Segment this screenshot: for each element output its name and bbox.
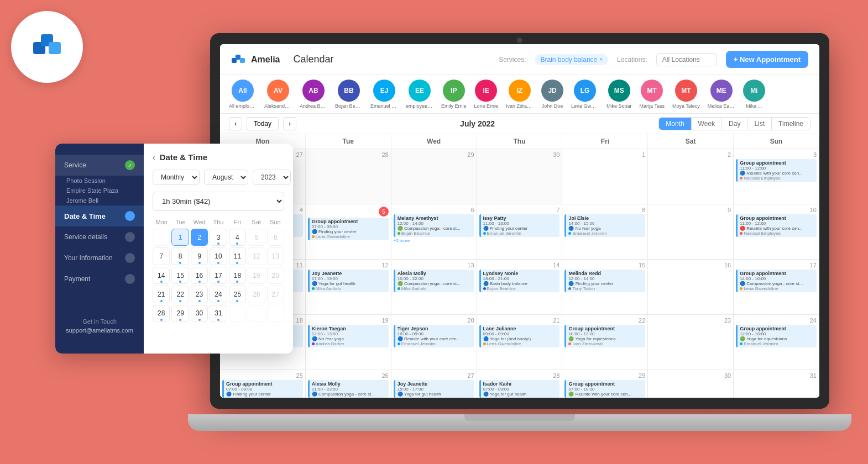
month-select[interactable]: August <box>204 170 248 185</box>
day-14[interactable]: 14 Lyndsey Nonie 18:00 - 21:00 🔵 Brain b… <box>477 260 563 315</box>
day-28[interactable]: 28 Isador Kaihi 07:00 - 09:00 🔵 Yoga for… <box>477 370 563 398</box>
mini-cell-8[interactable]: 8 <box>171 247 189 265</box>
mini-cell-31[interactable]: 31 <box>210 305 227 322</box>
day-15[interactable]: 15 Melinda Redd 12:00 - 14:00 🔵 Finding … <box>562 260 648 315</box>
mini-cell-10[interactable]: 10 <box>210 247 227 265</box>
day-24[interactable]: 24 Group appointment 12:00 - 16:00 🟢 Yog… <box>734 315 819 370</box>
avatar-item-ip[interactable]: IP Emily Ernie <box>441 80 467 109</box>
event-group-24[interactable]: Group appointment 12:00 - 16:00 🟢 Yoga f… <box>736 325 817 347</box>
avatar-item-av[interactable]: AV Aleksandar ... <box>264 80 292 109</box>
day-5[interactable]: 5 Group appointment 07:00 - 09:00 🔵 Find… <box>306 204 391 260</box>
tab-week[interactable]: Week <box>692 118 722 130</box>
mini-cell-15[interactable]: 15 <box>171 267 189 284</box>
day-19[interactable]: 19 Kieron Taegan 12:00 - 13:00 🔵 No fear… <box>306 315 391 370</box>
event-alesia-26[interactable]: Alesia Molly 21:00 - 23:00 🔵 Compassion … <box>308 380 389 398</box>
avatar-item-mt[interactable]: MT Marija Tass <box>640 80 665 109</box>
day-21[interactable]: 21 Lane Julianne 09:00 - 09:00 🔵 Yoga fo… <box>477 315 563 370</box>
avatar-item-all[interactable]: All All employees <box>229 80 257 109</box>
year-select[interactable]: 2023 <box>253 170 291 185</box>
day-25[interactable]: 25 Group appointment 07:00 - 09:00 🔵 Fin… <box>220 370 306 398</box>
day-3[interactable]: 3 Group appointment 11:00 - 12:00 🔵 Reun… <box>734 149 819 204</box>
event-lyndsey[interactable]: Lyndsey Nonie 18:00 - 21:00 🔵 Brain body… <box>479 270 560 292</box>
day-2[interactable]: 2 <box>648 149 734 204</box>
day-8[interactable]: 8 Joi Elsie 14:00 - 15:00 🔵 No fear yoga… <box>562 204 648 260</box>
day-29[interactable]: 29 Group appointment 07:00 - 18:00 🟢 Reu… <box>562 370 648 398</box>
mini-cell-4[interactable]: 4 <box>229 229 246 246</box>
day-9[interactable]: 9 <box>648 204 734 260</box>
mini-cell-17[interactable]: 17 <box>210 267 227 284</box>
event-issy[interactable]: Issy Patty 11:00 - 13:00 🔵 Finding your … <box>479 214 560 237</box>
event-melinda[interactable]: Melinda Redd 12:00 - 14:00 🔵 Finding you… <box>564 270 645 292</box>
day-26[interactable]: 26 Alesia Molly 21:00 - 23:00 🔵 Compassi… <box>306 370 391 398</box>
day-22[interactable]: 22 Group appointment 10:00 - 13:00 🟢 Yog… <box>562 315 648 370</box>
mini-cell-11[interactable]: 11 <box>229 247 246 265</box>
day-13[interactable]: 13 Alesia Molly 10:00 - 22:00 🟢 Compassi… <box>391 260 477 315</box>
day-30[interactable]: 30 <box>648 370 734 398</box>
day-20[interactable]: 20 Tiger Jepson 18:00 - 09:00 🔵 Reunite … <box>391 315 477 370</box>
more-link-6[interactable]: +2 more <box>394 238 474 243</box>
mini-cell-30[interactable]: 30 <box>191 305 208 322</box>
tab-month[interactable]: Month <box>659 118 691 130</box>
sidebar-your-information[interactable]: Your Information <box>55 247 144 268</box>
mini-cell-18[interactable]: 18 <box>229 267 246 284</box>
event-joy-27[interactable]: Joy Jeanette 15:00 - 17:00 🔵 Yoga for gu… <box>394 380 474 398</box>
day-16[interactable]: 16 <box>648 260 734 315</box>
avatar-item-mt2[interactable]: MT Moya Talecy <box>672 80 700 109</box>
today-button[interactable]: Today <box>247 117 279 130</box>
sidebar-service[interactable]: Service ✓ <box>55 155 144 176</box>
mini-cell-3[interactable]: 3 <box>210 229 227 246</box>
avatar-item-iz[interactable]: IZ Ivan Zdravk... <box>506 80 534 109</box>
duration-select[interactable]: 1h 30min ($42) <box>153 192 284 211</box>
mini-cell-28[interactable]: 28 <box>153 305 170 322</box>
mini-cell-25[interactable]: 25 <box>229 286 246 303</box>
back-arrow[interactable]: ‹ <box>153 153 155 162</box>
tab-day[interactable]: Day <box>722 118 747 130</box>
event-alesia-13[interactable]: Alesia Molly 10:00 - 22:00 🟢 Compassion … <box>394 270 474 292</box>
event-joi[interactable]: Joi Elsie 14:00 - 15:00 🔵 No fear yoga E… <box>564 214 645 237</box>
new-appointment-button[interactable]: + New Appointment <box>726 51 808 68</box>
avatar-item-lg[interactable]: LG Lena Gwen... <box>571 80 599 109</box>
tab-timeline[interactable]: Timeline <box>772 118 810 130</box>
sidebar-datetime[interactable]: Date & Time <box>55 205 144 226</box>
mini-cell-2[interactable]: 2 <box>191 229 208 246</box>
avatar-item-ee[interactable]: EE employee e... <box>406 80 433 109</box>
event-group-22[interactable]: Group appointment 10:00 - 13:00 🟢 Yoga f… <box>564 325 645 347</box>
day-12[interactable]: 12 Joy Jeanette 17:00 - 19:00 🔵 Yoga for… <box>306 260 391 315</box>
mini-cell-22[interactable]: 22 <box>171 286 189 303</box>
day-6[interactable]: 6 Melany Amethyst 12:00 - 14:00 🟢 Compas… <box>391 204 477 260</box>
event-joy[interactable]: Joy Jeanette 17:00 - 19:00 🔵 Yoga for gu… <box>308 270 389 292</box>
tab-list[interactable]: List <box>747 118 772 130</box>
event-group-17[interactable]: Group appointment 14:00 - 16:00 🔵 Compas… <box>736 270 817 292</box>
event-tiger[interactable]: Tiger Jepson 18:00 - 09:00 🔵 Reunite wit… <box>394 325 474 347</box>
event-lane[interactable]: Lane Julianne 09:00 - 09:00 🔵 Yoga for (… <box>479 325 560 347</box>
mini-cell-14[interactable]: 14 <box>153 267 170 284</box>
day-10[interactable]: 10 Group appointment 11:00 - 12:00 🔴 Reu… <box>734 204 819 260</box>
sidebar-payment[interactable]: Payment <box>55 268 144 289</box>
event-kieron[interactable]: Kieron Taegan 12:00 - 13:00 🔵 No fear yo… <box>308 325 389 347</box>
avatar-item-me[interactable]: ME Melica Eagle <box>708 80 735 109</box>
mini-cell-24[interactable]: 24 <box>210 286 227 303</box>
mini-cell-16[interactable]: 16 <box>191 267 208 284</box>
avatar-item-ms[interactable]: MS Mike Sobar <box>606 80 632 109</box>
prev-month-button[interactable]: ‹ <box>229 117 242 130</box>
day-17[interactable]: 17 Group appointment 14:00 - 16:00 🔵 Com… <box>734 260 819 315</box>
day-28-prev[interactable]: 28 <box>306 149 391 204</box>
mini-cell-1[interactable]: 1 <box>171 229 189 246</box>
event-group-3[interactable]: Group appointment 11:00 - 12:00 🔵 Reunit… <box>736 159 817 182</box>
day-7[interactable]: 7 Issy Patty 11:00 - 13:00 🔵 Finding you… <box>477 204 563 260</box>
event-melany[interactable]: Melany Amethyst 12:00 - 14:00 🟢 Compassi… <box>394 214 474 237</box>
mini-cell-9[interactable]: 9 <box>191 247 208 265</box>
avatar-item-bb[interactable]: BB Bojan Beatrice <box>335 80 363 109</box>
frequency-select[interactable]: Monthly <box>153 170 200 185</box>
service-tag[interactable]: Brain body balance × <box>535 54 608 65</box>
event-group-29[interactable]: Group appointment 07:00 - 18:00 🟢 Reunit… <box>564 380 645 398</box>
event-group-10[interactable]: Group appointment 11:00 - 12:00 🔴 Reunit… <box>736 214 817 237</box>
avatar-item-ab[interactable]: AB Andrea Barber <box>300 80 327 109</box>
mini-cell-23[interactable]: 23 <box>191 286 208 303</box>
next-month-button[interactable]: › <box>283 117 296 130</box>
avatar-item-ie[interactable]: IE Lorie Ernie <box>474 80 499 109</box>
day-27[interactable]: 27 Joy Jeanette 15:00 - 17:00 🔵 Yoga for… <box>391 370 477 398</box>
avatar-item-ej[interactable]: EJ Emanuel Jer... <box>370 80 398 109</box>
day-23[interactable]: 23 <box>648 315 734 370</box>
locations-input[interactable] <box>656 53 717 66</box>
